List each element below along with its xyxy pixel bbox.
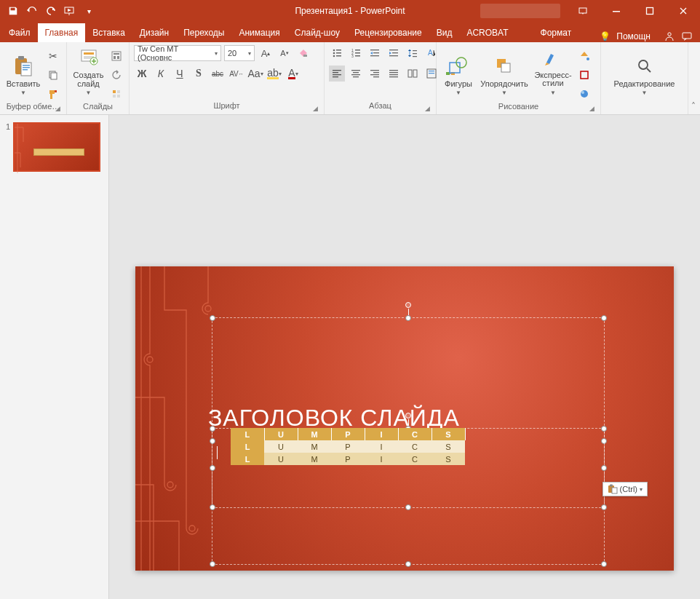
minimize-button[interactable] [600,0,633,22]
tab-animation[interactable]: Анимация [231,23,287,42]
group-label-font: Шрифт◢ [134,101,319,113]
slide-editor[interactable]: ЗАГОЛОВОК СЛАЙДА [109,115,700,599]
dialog-launcher-icon[interactable]: ◢ [313,105,318,112]
resize-handle[interactable] [210,426,215,432]
clear-formatting-icon[interactable] [295,45,311,61]
tab-acrobat[interactable]: ACROBAT [459,23,515,42]
shape-fill-icon[interactable] [576,48,592,64]
resize-handle[interactable] [601,315,607,321]
thumbnail-item[interactable]: 1 [6,122,103,172]
resize-handle[interactable] [601,465,607,471]
italic-button[interactable]: К [153,66,169,82]
svg-rect-5 [683,33,691,39]
layout-icon[interactable] [108,48,124,64]
tell-me-label[interactable]: Помощн [616,31,651,41]
tab-format[interactable]: Формат [533,23,579,42]
resize-handle[interactable] [210,315,215,321]
resize-handle[interactable] [601,504,607,510]
paste-options-button[interactable]: (Ctrl) ▾ [602,482,648,496]
line-spacing-icon[interactable] [405,45,421,61]
reset-icon[interactable] [108,67,124,83]
rotate-handle[interactable] [405,302,411,308]
shape-effects-icon[interactable] [576,86,592,102]
font-size-combo[interactable]: 20▾ [224,45,255,61]
pasted-table[interactable]: LUMPICS LUMPICS LUMPICS [231,428,466,465]
shapes-button[interactable]: Фигуры▼ [441,45,476,96]
align-left-icon[interactable] [329,66,345,82]
tab-home[interactable]: Главная [38,23,86,42]
resize-handle[interactable] [210,465,215,471]
increase-font-icon[interactable]: A▴ [258,45,274,61]
resize-handle[interactable] [405,504,411,510]
change-case-button[interactable]: Aa▾ [247,66,263,82]
undo-icon[interactable] [26,5,38,17]
slide-canvas[interactable]: ЗАГОЛОВОК СЛАЙДА [135,266,674,571]
quick-styles-button[interactable]: Экспресс- стили▼ [533,45,573,96]
share-icon[interactable] [664,31,675,42]
account-placeholder[interactable] [480,4,560,18]
format-painter-icon[interactable] [45,86,61,102]
columns-icon[interactable] [405,66,421,82]
editing-button[interactable]: Редактирование▼ [608,45,681,96]
resize-handle[interactable] [405,315,411,321]
svg-rect-31 [336,52,341,54]
arrange-button[interactable]: Упорядочить▼ [479,45,530,96]
bold-button[interactable]: Ж [134,66,150,82]
group-paragraph: 123 A Абзац◢ [325,42,437,114]
font-color-button[interactable]: A▾ [285,66,301,82]
font-name-combo[interactable]: Tw Cen MT (Основнс▾ [134,45,221,61]
bullets-icon[interactable] [329,45,345,61]
shadow-button[interactable]: S [191,66,207,82]
shape-outline-icon[interactable] [576,67,592,83]
ribbon-options-icon[interactable] [566,0,600,22]
save-icon[interactable] [7,5,19,17]
resize-handle[interactable] [210,504,215,510]
resize-handle[interactable] [601,561,607,567]
tab-view[interactable]: Вид [429,23,460,42]
thumbnail-preview[interactable] [13,122,100,172]
svg-point-30 [333,52,335,55]
slideshow-from-start-icon[interactable] [64,5,76,17]
close-button[interactable] [667,0,700,22]
dialog-launcher-icon[interactable]: ◢ [589,105,594,112]
align-right-icon[interactable] [367,66,383,82]
strike-button[interactable]: abc [210,66,226,82]
align-center-icon[interactable] [348,66,364,82]
dialog-launcher-icon[interactable]: ◢ [55,105,60,112]
tab-transitions[interactable]: Переходы [176,23,231,42]
rotate-handle[interactable] [405,413,411,418]
tab-insert[interactable]: Вставка [85,23,132,42]
copy-icon[interactable] [45,67,61,83]
tab-file[interactable]: Файл [1,23,38,42]
tab-design[interactable]: Дизайн [132,23,176,42]
svg-rect-60 [370,74,379,75]
paste-button[interactable]: Вставить ▼ [4,45,42,96]
resize-handle[interactable] [601,426,607,432]
resize-handle[interactable] [405,561,411,567]
comments-icon[interactable] [681,31,693,42]
underline-button[interactable]: Ч [172,66,188,82]
svg-point-28 [333,49,335,52]
highlight-color-button[interactable]: ab▾ [266,66,282,82]
new-slide-button[interactable]: Создать слайд ▼ [71,45,106,96]
maximize-button[interactable] [633,0,667,22]
dialog-launcher-icon[interactable]: ◢ [425,105,430,112]
decrease-indent-icon[interactable] [367,45,383,61]
char-spacing-button[interactable]: AV↔ [228,66,244,82]
group-clipboard: Вставить ▼ ✂ Буфер обме…◢ [0,42,67,114]
group-editing: Редактирование▼ [601,42,688,114]
thumbnail-pane[interactable]: 1 [0,115,109,599]
resize-handle[interactable] [210,561,215,567]
increase-indent-icon[interactable] [386,45,402,61]
tab-review[interactable]: Рецензирование [347,23,429,42]
numbering-icon[interactable]: 123 [348,45,364,61]
section-icon[interactable] [108,86,124,102]
redo-icon[interactable] [45,5,57,17]
tell-me-icon[interactable]: 💡 [600,31,610,41]
justify-icon[interactable] [386,66,402,82]
collapse-ribbon-icon[interactable]: ˄ [691,101,696,111]
cut-icon[interactable]: ✂ [45,48,61,64]
decrease-font-icon[interactable]: A▾ [277,45,293,61]
tab-slideshow[interactable]: Слайд-шоу [287,23,347,42]
customize-qat-icon[interactable]: ▾ [83,5,95,17]
